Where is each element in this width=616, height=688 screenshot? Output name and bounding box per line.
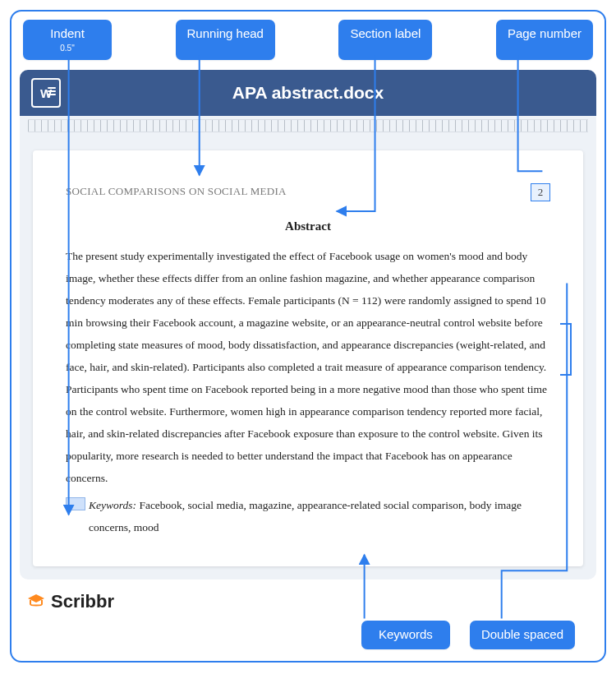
keywords-text: Facebook, social media, magazine, appear… xyxy=(89,499,522,533)
document-titlebar: W APA abstract.docx xyxy=(20,70,596,116)
keywords-line: Keywords: Facebook, social media, magazi… xyxy=(66,494,550,538)
label-double-spaced: Double spaced xyxy=(470,621,575,649)
section-label-text: Abstract xyxy=(66,219,550,233)
label-keywords: Keywords xyxy=(361,621,450,649)
document-shell: W APA abstract.docx SOCIAL COMPARISONS O… xyxy=(20,70,596,579)
keywords-label: Keywords: xyxy=(89,499,136,511)
abstract-body: The present study experimentally investi… xyxy=(66,245,550,489)
scribbr-logo: Scribbr xyxy=(26,591,114,612)
label-section-label: Section label xyxy=(338,20,432,60)
document-filename: APA abstract.docx xyxy=(20,83,596,103)
bottom-labels-row: Keywords Double spaced xyxy=(20,612,596,649)
label-indent-text: Indent xyxy=(50,26,85,40)
indent-highlight-box xyxy=(66,497,85,510)
top-labels-row: Indent 0.5" Running head Section label P… xyxy=(20,20,596,60)
page-number-box: 2 xyxy=(531,183,550,201)
double-spaced-bracket xyxy=(560,323,572,376)
label-page-number: Page number xyxy=(496,20,593,60)
ruler xyxy=(28,119,588,132)
label-running-head: Running head xyxy=(176,20,275,60)
paper: SOCIAL COMPARISONS ON SOCIAL MEDIA 2 Abs… xyxy=(33,150,583,566)
label-indent-sub: 0.5" xyxy=(34,44,100,54)
brand-name: Scribbr xyxy=(51,591,114,612)
label-indent: Indent 0.5" xyxy=(23,20,112,60)
running-head-text: SOCIAL COMPARISONS ON SOCIAL MEDIA xyxy=(66,185,550,198)
diagram-frame: Indent 0.5" Running head Section label P… xyxy=(10,10,606,663)
page-number-value: 2 xyxy=(538,186,544,199)
logo-strip: Scribbr xyxy=(20,584,596,612)
page-area: SOCIAL COMPARISONS ON SOCIAL MEDIA 2 Abs… xyxy=(20,132,596,579)
graduation-cap-icon xyxy=(26,592,46,612)
